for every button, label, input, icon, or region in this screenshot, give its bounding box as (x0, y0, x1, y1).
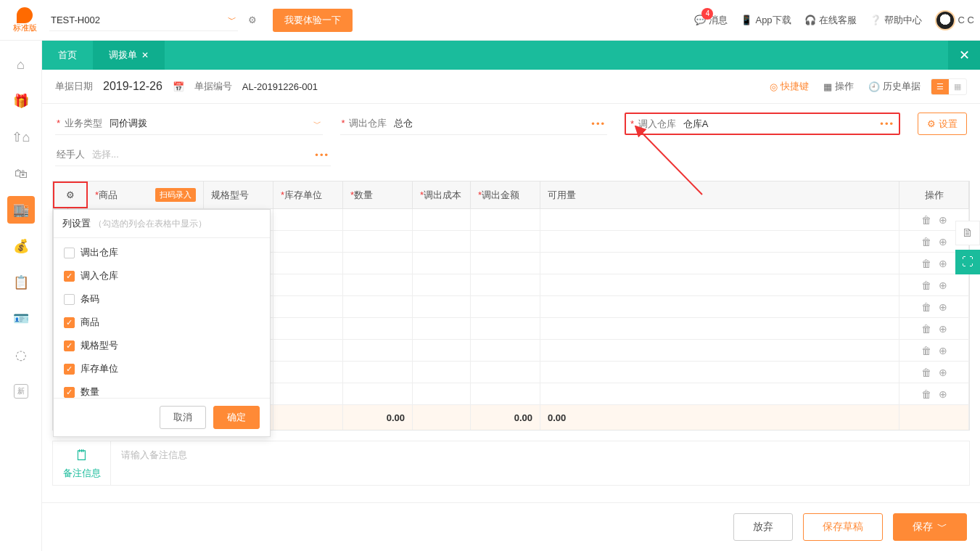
try-button[interactable]: 我要体验一下 (273, 9, 353, 32)
gear-icon[interactable]: ⚙ (242, 15, 263, 25)
cancel-button[interactable]: 取消 (160, 406, 206, 429)
operations-link[interactable]: ▦ 操作 (819, 77, 858, 96)
delete-icon[interactable]: 🗑 (921, 236, 931, 248)
discard-button[interactable]: 放弃 (733, 513, 793, 541)
nav-new-icon[interactable]: 新 (7, 377, 35, 405)
cell-qty[interactable] (343, 231, 413, 252)
checkbox-icon[interactable] (64, 248, 75, 258)
column-settings-button[interactable]: ⚙ (53, 181, 88, 208)
delete-icon[interactable]: 🗑 (921, 323, 931, 335)
save-draft-button[interactable]: 保存草稿 (803, 513, 883, 541)
cell-qty[interactable] (343, 209, 413, 230)
cell-amount[interactable] (471, 340, 540, 361)
cell-cost[interactable] (413, 231, 471, 252)
cell-amount[interactable] (471, 274, 540, 295)
cell-qty[interactable] (343, 274, 413, 295)
cell-cost[interactable] (413, 318, 471, 339)
cell-qty[interactable] (343, 296, 413, 317)
checkbox-icon[interactable]: ✓ (64, 317, 75, 328)
view-list-icon[interactable]: ☰ (931, 79, 949, 94)
col-setting-item[interactable]: ✓调入仓库 (54, 264, 270, 287)
col-setting-item[interactable]: 条码 (54, 287, 270, 311)
tabs-close-button[interactable]: ✕ (948, 41, 980, 70)
shortcut-link[interactable]: ◎ 快捷键 (765, 77, 813, 96)
add-icon[interactable]: ⊕ (939, 323, 947, 335)
cell-amount[interactable] (471, 296, 540, 317)
add-icon[interactable]: ⊕ (939, 236, 947, 248)
add-icon[interactable]: ⊕ (939, 279, 947, 291)
cell-cost[interactable] (413, 253, 471, 274)
nav-home-icon[interactable]: ⌂ (7, 51, 35, 78)
cell-amount[interactable] (471, 318, 540, 339)
float-doc-icon[interactable]: 🗎 (955, 221, 980, 245)
add-icon[interactable]: ⊕ (939, 345, 947, 356)
float-expand-icon[interactable]: ⛶ (955, 250, 980, 274)
checkbox-icon[interactable] (64, 294, 75, 305)
app-download-link[interactable]: 📱 App下载 (741, 14, 791, 27)
cell-cost[interactable] (413, 340, 471, 361)
scan-input-badge[interactable]: 扫码录入 (155, 188, 196, 202)
messages-link[interactable]: 💬 消息 4 (694, 14, 728, 27)
nav-gift-icon[interactable]: 🎁 (7, 87, 35, 115)
cell-unit[interactable] (273, 296, 343, 317)
store-selector[interactable]: TEST-H002 ﹀ (49, 9, 238, 31)
add-icon[interactable]: ⊕ (939, 214, 947, 226)
add-icon[interactable]: ⊕ (939, 258, 947, 269)
cell-cost[interactable] (413, 296, 471, 317)
checkbox-icon[interactable]: ✓ (64, 387, 75, 398)
col-setting-item[interactable]: ✓数量 (54, 380, 270, 398)
nav-warehouse-icon[interactable]: 🏬 (7, 196, 35, 224)
field-out-warehouse[interactable]: * 调出仓库 总仓 ••• (340, 113, 608, 135)
cell-qty[interactable] (343, 253, 413, 274)
col-popup-body[interactable]: 调出仓库✓调入仓库条码✓商品✓规格型号✓库存单位✓数量单位2 (54, 238, 270, 398)
cell-qty[interactable] (343, 383, 413, 404)
settings-button[interactable]: ⚙ 设置 (918, 113, 967, 135)
close-icon[interactable]: ✕ (141, 50, 149, 60)
more-icon[interactable]: ••• (315, 150, 329, 160)
cell-amount[interactable] (471, 209, 540, 230)
cell-unit[interactable] (273, 383, 343, 404)
delete-icon[interactable]: 🗑 (921, 345, 931, 356)
cell-unit[interactable] (273, 340, 343, 361)
cell-qty[interactable] (343, 318, 413, 339)
customer-service-link[interactable]: 🎧 在线客服 (804, 14, 857, 27)
cell-amount[interactable] (471, 383, 540, 404)
cell-qty[interactable] (343, 362, 413, 383)
cell-amount[interactable] (471, 231, 540, 252)
cell-amount[interactable] (471, 253, 540, 274)
delete-icon[interactable]: 🗑 (921, 258, 931, 269)
user-menu[interactable]: C C (935, 10, 974, 30)
cell-unit[interactable] (273, 318, 343, 339)
calendar-icon[interactable]: 📅 (173, 81, 184, 92)
cell-unit[interactable] (273, 209, 343, 230)
date-value[interactable]: 2019-12-26 (103, 80, 162, 93)
field-handler[interactable]: 经手人 选择... ••• (55, 144, 331, 166)
nav-loading-icon[interactable]: ◌ (7, 341, 35, 369)
cell-qty[interactable] (343, 340, 413, 361)
cell-unit[interactable] (273, 362, 343, 383)
cell-unit[interactable] (273, 274, 343, 295)
delete-icon[interactable]: 🗑 (921, 279, 931, 291)
add-icon[interactable]: ⊕ (939, 301, 947, 313)
field-business-type[interactable]: * 业务类型 同价调拨 ﹀ (55, 113, 323, 135)
col-setting-item[interactable]: ✓商品 (54, 311, 270, 334)
add-icon[interactable]: ⊕ (939, 388, 947, 400)
view-grid-icon[interactable]: ▦ (949, 79, 966, 94)
history-link[interactable]: 🕘 历史单据 (864, 77, 925, 96)
col-setting-item[interactable]: ✓规格型号 (54, 334, 270, 357)
cell-cost[interactable] (413, 383, 471, 404)
nav-clipboard-icon[interactable]: 📋 (7, 269, 35, 296)
field-in-warehouse[interactable]: * 调入仓库 仓库A ••• (625, 113, 900, 135)
nav-upload-icon[interactable]: ⇧⌂ (7, 123, 35, 151)
more-icon[interactable]: ••• (880, 118, 894, 129)
cell-cost[interactable] (413, 274, 471, 295)
cell-cost[interactable] (413, 209, 471, 230)
nav-profile-icon[interactable]: 🪪 (7, 305, 35, 332)
delete-icon[interactable]: 🗑 (921, 214, 931, 226)
remark-input[interactable]: 请输入备注信息 (111, 441, 969, 485)
delete-icon[interactable]: 🗑 (921, 367, 931, 378)
delete-icon[interactable]: 🗑 (921, 301, 931, 313)
col-setting-item[interactable]: 调出仓库 (54, 241, 270, 264)
nav-bag-icon[interactable]: 🛍 (7, 160, 35, 187)
cell-amount[interactable] (471, 362, 540, 383)
